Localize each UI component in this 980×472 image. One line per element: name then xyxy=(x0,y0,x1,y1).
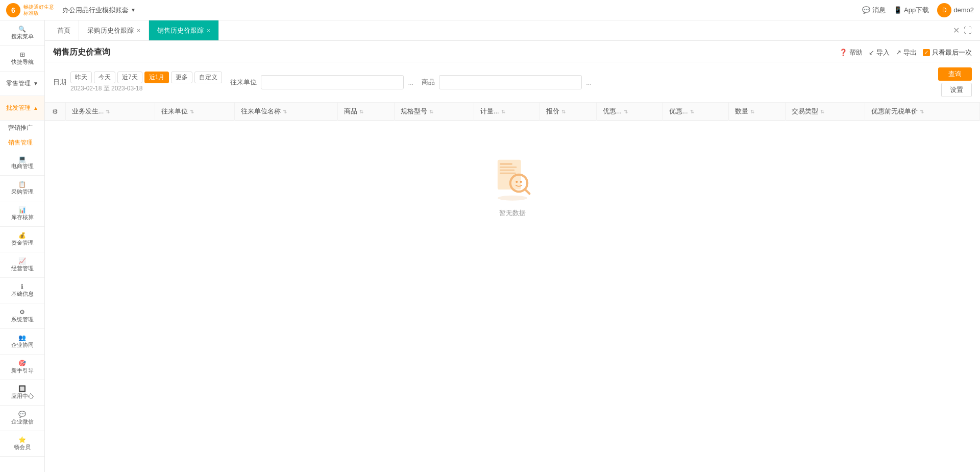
sidebar-item-sales[interactable]: 销售管理 xyxy=(0,135,44,150)
sidebar-item-purchase[interactable]: 📋 采购管理 xyxy=(0,176,44,201)
th-pretax-price[interactable]: 优惠前无税单价⇅ xyxy=(865,103,980,121)
sort-icon-6: ⇅ xyxy=(501,109,505,114)
sidebar-item-business[interactable]: 📈 经营管理 xyxy=(0,252,44,278)
th-biz-date-label: 业务发生... xyxy=(72,107,104,116)
sidebar: 🔍 搜索菜单 ⊞ 快捷导航 零售管理 ▼ 批发管理 ▲ 营销推广 销售管理 💻 … xyxy=(0,20,45,472)
th-quote-label: 报价 xyxy=(546,107,559,116)
inventory-icon: 📊 xyxy=(18,206,26,214)
empty-text: 暂无数据 xyxy=(499,208,526,218)
export-label: 导出 xyxy=(903,48,917,57)
gear-icon[interactable]: ⚙ xyxy=(52,108,58,115)
sidebar-label-basic: 基础信息 xyxy=(11,290,34,298)
export-button[interactable]: ↗ 导出 xyxy=(896,48,917,57)
unit-input[interactable] xyxy=(261,75,404,89)
sidebar-item-retail[interactable]: 零售管理 ▼ xyxy=(0,72,44,96)
setting-button[interactable]: 设置 xyxy=(941,83,972,97)
sidebar-label-wholesale: 批发管理 xyxy=(6,104,31,112)
th-unit[interactable]: 往来单位⇅ xyxy=(155,103,234,121)
th-gear[interactable]: ⚙ xyxy=(45,103,65,121)
date-btn-7days[interactable]: 近7天 xyxy=(117,72,142,83)
tab-sales-history[interactable]: 销售历史价跟踪 × xyxy=(149,20,219,40)
date-btn-more[interactable]: 更多 xyxy=(171,72,192,83)
chevron-down-icon-retail: ▼ xyxy=(33,81,38,86)
sidebar-item-wechat[interactable]: 💬 企业微信 xyxy=(0,406,44,431)
unit-label: 往来单位 xyxy=(230,78,257,87)
th-biz-date[interactable]: 业务发生...⇅ xyxy=(65,103,155,121)
date-btn-yesterday[interactable]: 昨天 xyxy=(70,72,92,83)
sidebar-item-member[interactable]: ⭐ 畅会员 xyxy=(0,431,44,457)
chevron-up-icon-wholesale: ▲ xyxy=(33,105,38,111)
collab-icon: 👥 xyxy=(18,334,26,341)
sidebar-item-marketing[interactable]: 营销推广 xyxy=(0,121,44,135)
content-area: 首页 采购历史价跟踪 × 销售历史价跟踪 × ✕ ⛶ 销售历史价查询 xyxy=(45,20,980,472)
tab-home[interactable]: 首页 xyxy=(49,20,79,40)
message-button[interactable]: 💬 消息 xyxy=(862,6,886,15)
sidebar-label-member: 畅会员 xyxy=(14,443,31,451)
sidebar-item-appstore[interactable]: 🔲 应用中心 xyxy=(0,380,44,406)
sidebar-item-search[interactable]: 🔍 搜索菜单 xyxy=(0,20,44,46)
sort-icon-1: ⇅ xyxy=(106,109,110,114)
help-icon: ❓ xyxy=(839,49,847,56)
th-unit-name[interactable]: 往来单位名称⇅ xyxy=(235,103,338,121)
svg-rect-3 xyxy=(500,167,517,168)
th-quote[interactable]: 报价⇅ xyxy=(540,103,597,121)
tab-sales-close[interactable]: × xyxy=(207,27,210,34)
goods-label: 商品 xyxy=(422,78,435,87)
goods-dots[interactable]: ... xyxy=(586,79,592,86)
sidebar-item-guide[interactable]: 🎯 新手引导 xyxy=(0,355,44,380)
sort-icon-12: ⇅ xyxy=(920,109,924,114)
tab-purchase-history[interactable]: 采购历史价跟踪 × xyxy=(79,20,149,40)
sort-icon-11: ⇅ xyxy=(820,109,824,114)
sidebar-item-inventory[interactable]: 📊 库存核算 xyxy=(0,201,44,227)
help-button[interactable]: ❓ 帮助 xyxy=(839,48,863,57)
tab-sales-label: 销售历史价跟踪 xyxy=(157,26,204,35)
date-label: 日期 xyxy=(53,78,66,87)
only-last-label: 只看最后一次 xyxy=(932,48,972,57)
th-unit-measure[interactable]: 计量...⇅ xyxy=(474,103,540,121)
import-button[interactable]: ↙ 导入 xyxy=(869,48,890,57)
app-download-button[interactable]: 📱 App下载 xyxy=(894,6,929,15)
only-last-checkbox-area[interactable]: ✓ 只看最后一次 xyxy=(923,48,972,57)
expand-button[interactable]: ⛶ xyxy=(964,26,972,35)
th-discount1[interactable]: 优惠...⇅ xyxy=(597,103,663,121)
sidebar-item-collab[interactable]: 👥 企业协同 xyxy=(0,329,44,355)
sidebar-item-system[interactable]: ⚙ 系统管理 xyxy=(0,303,44,329)
unit-dots[interactable]: ... xyxy=(408,79,413,86)
download-icon: 📱 xyxy=(894,6,902,14)
close-tab-button[interactable]: ✕ xyxy=(953,26,960,35)
sidebar-label-purchase: 采购管理 xyxy=(11,188,34,196)
tab-bar: 首页 采购历史价跟踪 × 销售历史价跟踪 × ✕ ⛶ xyxy=(45,20,980,41)
svg-line-7 xyxy=(525,189,529,194)
sidebar-label-sales: 销售管理 xyxy=(8,139,33,146)
th-spec[interactable]: 规格型号⇅ xyxy=(394,103,474,121)
th-qty[interactable]: 数量⇅ xyxy=(729,103,786,121)
sidebar-label-collab: 企业协同 xyxy=(11,341,34,349)
sidebar-item-basic[interactable]: ℹ 基础信息 xyxy=(0,278,44,303)
sidebar-label-inventory: 库存核算 xyxy=(11,214,34,221)
data-table: ⚙ 业务发生...⇅ 往来单位⇅ 往来单位名称⇅ xyxy=(45,103,980,121)
date-btn-today[interactable]: 今天 xyxy=(94,72,115,83)
logo-text: 畅捷通好生意 标准版 xyxy=(23,4,54,16)
th-discount2[interactable]: 优惠...⇅ xyxy=(663,103,729,121)
sidebar-item-finance[interactable]: 💰 资金管理 xyxy=(0,227,44,252)
user-area[interactable]: D demo2 xyxy=(937,3,974,17)
app-selector[interactable]: 办公用品行业模拟账套 ▼ xyxy=(58,4,140,17)
th-pretax-price-label: 优惠前无税单价 xyxy=(871,107,918,116)
date-btn-custom[interactable]: 自定义 xyxy=(194,72,222,83)
th-goods[interactable]: 商品⇅ xyxy=(337,103,394,121)
th-trade-type[interactable]: 交易类型⇅ xyxy=(785,103,865,121)
message-icon: 💬 xyxy=(862,6,870,14)
only-last-checkbox[interactable]: ✓ xyxy=(923,49,930,56)
sort-icon-9: ⇅ xyxy=(690,109,694,114)
tab-purchase-close[interactable]: × xyxy=(137,27,140,34)
table-header-row: ⚙ 业务发生...⇅ 往来单位⇅ 往来单位名称⇅ xyxy=(45,103,980,121)
page-header-actions: ❓ 帮助 ↙ 导入 ↗ 导出 ✓ 只看最后一次 xyxy=(839,48,972,57)
date-btn-1month[interactable]: 近1月 xyxy=(144,72,169,83)
goods-input[interactable] xyxy=(439,75,582,89)
sidebar-item-ecom[interactable]: 💻 电商管理 xyxy=(0,150,44,176)
sidebar-item-wholesale[interactable]: 批发管理 ▲ xyxy=(0,96,44,121)
query-button[interactable]: 查询 xyxy=(938,67,972,81)
sidebar-item-quicknav[interactable]: ⊞ 快捷导航 xyxy=(0,46,44,72)
sidebar-label-wechat: 企业微信 xyxy=(11,418,34,426)
import-icon: ↙ xyxy=(869,49,874,56)
